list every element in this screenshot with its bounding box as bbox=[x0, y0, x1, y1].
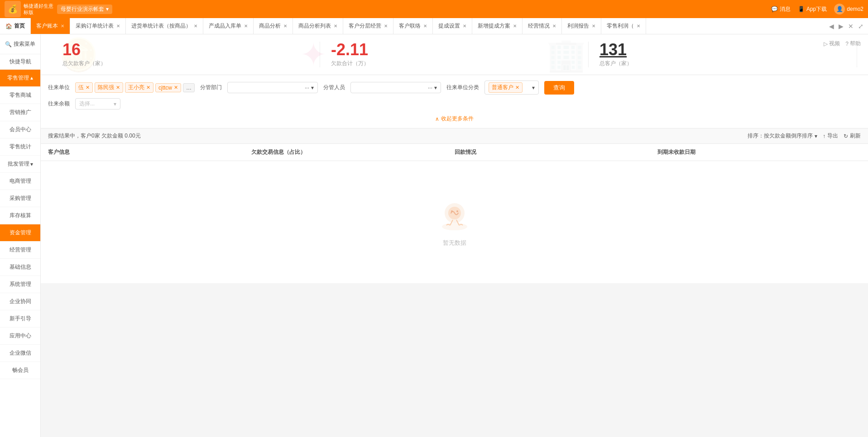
sidebar-item-retail-mgmt[interactable]: 零售管理 ▴ bbox=[0, 70, 40, 87]
close-tab-customer-tier[interactable]: ✕ bbox=[384, 24, 388, 28]
close-tab-instock-stats[interactable]: ✕ bbox=[194, 24, 197, 28]
filter-person-select[interactable]: ··· ▾ bbox=[350, 82, 441, 93]
top-bar-right: 💬 消息 📱 App下载 👤 demo2 bbox=[771, 4, 863, 14]
tab-expand[interactable]: ⤢ bbox=[856, 22, 865, 31]
sidebar-item-retail-stats[interactable]: 零售统计 bbox=[0, 138, 40, 156]
tab-goods-analysis[interactable]: 商品分析 ✕ bbox=[254, 18, 293, 34]
collapse-button[interactable]: ∧ 收起更多条件 bbox=[435, 115, 474, 123]
filter-dept-select[interactable]: ··· ▾ bbox=[227, 82, 318, 93]
sidebar-item-vip-member[interactable]: 畅会员 bbox=[0, 362, 40, 379]
close-tab-goods-analysis-list[interactable]: ✕ bbox=[334, 24, 337, 28]
filter-tag-cjttcw[interactable]: cjttcw ✕ bbox=[155, 83, 181, 92]
close-tab-customer-contact[interactable]: ✕ bbox=[423, 24, 427, 28]
sidebar-item-inventory[interactable]: 库存核算 bbox=[0, 207, 40, 224]
tab-close-all[interactable]: ✕ bbox=[846, 22, 855, 31]
filter-tag-more[interactable]: … bbox=[183, 83, 195, 92]
user-avatar-button[interactable]: 👤 demo2 bbox=[834, 4, 863, 14]
close-tab-product-instock[interactable]: ✕ bbox=[244, 24, 248, 28]
close-tab-business-status[interactable]: ✕ bbox=[552, 24, 556, 28]
app-download-button[interactable]: 📱 App下载 bbox=[798, 5, 827, 13]
filter-unit-class-select[interactable]: 普通客户 ✕ ▾ bbox=[484, 81, 539, 95]
close-tag-wang[interactable]: ✕ bbox=[146, 85, 150, 90]
tab-raise-setting[interactable]: 提成设置 ✕ bbox=[433, 18, 472, 34]
close-tag-wu[interactable]: ✕ bbox=[86, 85, 90, 90]
account-selector[interactable]: 母婴行业演示帐套 ▾ bbox=[57, 5, 112, 14]
close-tag-chen[interactable]: ✕ bbox=[116, 85, 120, 90]
tab-business-status[interactable]: 经营情况 ✕ bbox=[523, 18, 562, 34]
filter-dept-label: 分管部门 bbox=[200, 84, 222, 91]
sidebar-item-retail-shop[interactable]: 零售商城 bbox=[0, 87, 40, 104]
close-tab-profit-report[interactable]: ✕ bbox=[592, 24, 595, 28]
sidebar-item-new-guide[interactable]: 新手引导 bbox=[0, 310, 40, 328]
sidebar-search-area: 🔍 搜索菜单 bbox=[0, 34, 40, 54]
sidebar-item-marketing[interactable]: 营销推广 bbox=[0, 104, 40, 121]
tab-profit-report[interactable]: 利润报告 ✕ bbox=[562, 18, 601, 34]
video-link[interactable]: ▷ 视频 bbox=[824, 40, 840, 48]
quick-nav-button[interactable]: 快捷导航 bbox=[0, 54, 40, 70]
logo-icon: 💰 bbox=[5, 1, 21, 17]
sidebar-item-purchase-mgmt[interactable]: 采购管理 bbox=[0, 190, 40, 207]
refresh-button[interactable]: ↻ 刷新 bbox=[844, 132, 861, 140]
close-tab-customer-book[interactable]: ✕ bbox=[61, 24, 64, 28]
tab-purchase-order[interactable]: 采购订单统计表 ✕ bbox=[70, 18, 126, 34]
sidebar-item-basic-info[interactable]: 基础信息 bbox=[0, 259, 40, 276]
tab-instock-stats[interactable]: 进货单统计表（按商品） ✕ bbox=[126, 18, 203, 34]
close-tab-goods-analysis[interactable]: ✕ bbox=[283, 24, 287, 28]
close-unit-class-tag[interactable]: ✕ bbox=[515, 85, 519, 90]
sidebar-item-ecommerce-mgmt[interactable]: 电商管理 bbox=[0, 173, 40, 190]
sidebar-item-fund-mgmt[interactable]: 资金管理 bbox=[0, 224, 40, 242]
col-date-header: 到期未收款日期 bbox=[657, 148, 861, 156]
message-button[interactable]: 💬 消息 bbox=[771, 5, 791, 13]
filter-tag-wang[interactable]: 王小亮 ✕ bbox=[125, 82, 153, 93]
export-icon: ↑ bbox=[823, 133, 825, 139]
message-icon: 💬 bbox=[771, 6, 778, 12]
sidebar-item-ops-mgmt[interactable]: 经营管理 bbox=[0, 242, 40, 259]
tab-next-arrow[interactable]: ▶ bbox=[837, 22, 845, 31]
export-button[interactable]: ↑ 导出 bbox=[823, 132, 838, 140]
sort-label: 排序：按欠款金额倒序排序 bbox=[748, 132, 813, 140]
balance-chevron-down: ▾ bbox=[114, 101, 116, 107]
close-tab-raise-setting[interactable]: ✕ bbox=[463, 24, 466, 28]
main-body: 🔍 搜索菜单 快捷导航 零售管理 ▴ 零售商城 营销推广 会员中心 零售统计 bbox=[0, 34, 868, 437]
video-icon: ▷ bbox=[824, 41, 828, 47]
filter-area: 往来单位 伍 ✕ 陈民强 ✕ 王小亮 ✕ bbox=[41, 75, 868, 128]
sidebar-item-app-center[interactable]: 应用中心 bbox=[0, 328, 40, 345]
sidebar-item-member-center[interactable]: 会员中心 bbox=[0, 121, 40, 138]
sidebar-item-enterprise-wechat[interactable]: 企业微信 bbox=[0, 345, 40, 362]
close-tab-retail-profit[interactable]: ✕ bbox=[637, 24, 640, 28]
dept-select-dots: ··· bbox=[305, 85, 309, 91]
tab-customer-tier[interactable]: 客户分层经营 ✕ bbox=[343, 18, 393, 34]
tab-prev-arrow[interactable]: ◀ bbox=[827, 22, 836, 31]
content-area: 🪙 16 总欠款客户（家） ✦ -2.11 欠款合计（万） 🏢 131 总客户（… bbox=[41, 34, 868, 437]
close-tag-cjttcw[interactable]: ✕ bbox=[174, 85, 178, 90]
filter-tag-chen[interactable]: 陈民强 ✕ bbox=[95, 82, 123, 93]
empty-text: 暂无数据 bbox=[443, 239, 466, 247]
tab-goods-analysis-list[interactable]: 商品分析列表 ✕ bbox=[293, 18, 343, 34]
help-link[interactable]: ? 帮助 bbox=[845, 40, 861, 48]
tab-new-raise-plan[interactable]: 新增提成方案 ✕ bbox=[472, 18, 523, 34]
tab-customer-book[interactable]: 客户账本 ✕ bbox=[31, 18, 70, 34]
filter-unit-label: 往来单位 bbox=[48, 84, 70, 91]
sidebar-item-sys-mgmt[interactable]: 系统管理 bbox=[0, 276, 40, 293]
empty-state: 暂无数据 bbox=[41, 161, 868, 283]
account-name: 母婴行业演示帐套 bbox=[61, 5, 104, 13]
results-actions: 排序：按欠款金额倒序排序 ▾ ↑ 导出 ↻ 刷新 bbox=[748, 132, 861, 140]
person-select-dots: ··· bbox=[428, 85, 432, 91]
query-button[interactable]: 查询 bbox=[544, 81, 574, 95]
tab-product-instock[interactable]: 产成品入库单 ✕ bbox=[203, 18, 254, 34]
search-menu-button[interactable]: 🔍 搜索菜单 bbox=[3, 38, 38, 50]
nav-tabs-bar: 🏠 首页 客户账本 ✕ 采购订单统计表 ✕ 进货单统计表（按商品） ✕ 产成品入… bbox=[0, 18, 868, 34]
sidebar-item-wholesale-mgmt[interactable]: 批发管理 ▾ bbox=[0, 156, 40, 173]
tab-customer-contact[interactable]: 客户联络 ✕ bbox=[393, 18, 433, 34]
tab-retail-profit[interactable]: 零售利润（ ✕ bbox=[601, 18, 646, 34]
sidebar-item-enterprise-coop[interactable]: 企业协同 bbox=[0, 293, 40, 310]
close-tab-purchase-order[interactable]: ✕ bbox=[116, 24, 120, 28]
table-wrapper: 客户信息 欠款交易信息（占比） 回款情况 到期未收款日期 bbox=[41, 144, 868, 283]
col-payment-header: 回款情况 bbox=[455, 148, 658, 156]
filter-tag-wu[interactable]: 伍 ✕ bbox=[75, 82, 93, 93]
tab-home[interactable]: 🏠 首页 bbox=[0, 18, 31, 34]
sort-selector[interactable]: 排序：按欠款金额倒序排序 ▾ bbox=[748, 132, 817, 140]
filter-balance-input[interactable]: 选择... ▾ bbox=[75, 98, 120, 109]
close-tab-new-raise-plan[interactable]: ✕ bbox=[513, 24, 517, 28]
stat-total-customers: 131 总客户（家） bbox=[589, 42, 857, 67]
